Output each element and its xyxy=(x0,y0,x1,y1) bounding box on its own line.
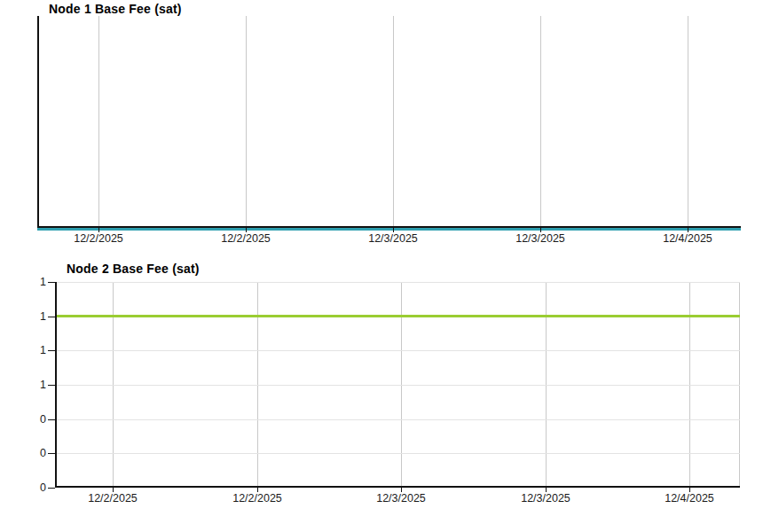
gridline-horizontal xyxy=(55,385,740,386)
y-tick-label: 0 xyxy=(30,412,46,426)
y-axis xyxy=(37,16,39,228)
fee-dashboard: Node 1 Base Fee (sat) 12/2/202512/2/2025… xyxy=(0,0,763,532)
chart-node1-base-fee: Node 1 Base Fee (sat) 12/2/202512/2/2025… xyxy=(0,0,763,260)
x-tick xyxy=(688,228,688,232)
gridline-vertical xyxy=(98,16,99,228)
x-tick-label: 12/2/2025 xyxy=(232,492,282,505)
y-tick-label: 1 xyxy=(30,309,46,324)
y-tick-label: 1 xyxy=(30,343,46,357)
x-tick xyxy=(246,228,247,232)
x-tick-label: 12/2/2025 xyxy=(221,232,271,245)
x-tick-label: 12/3/2025 xyxy=(515,232,565,245)
y-tick xyxy=(48,453,55,454)
x-tick-label: 12/2/2025 xyxy=(74,232,123,245)
gridline-horizontal xyxy=(55,282,740,283)
y-tick-label: 1 xyxy=(30,275,46,289)
x-tick-label: 12/3/2025 xyxy=(521,492,570,505)
y-tick xyxy=(48,317,55,317)
y-tick xyxy=(48,419,55,420)
x-tick-label: 12/3/2025 xyxy=(368,232,418,245)
x-tick xyxy=(540,228,541,232)
x-axis xyxy=(55,486,740,488)
gridline-vertical xyxy=(246,16,247,228)
y-tick xyxy=(48,385,55,386)
x-tick xyxy=(401,488,402,492)
y-tick-label: 0 xyxy=(30,446,46,460)
chart-node2-base-fee: Node 2 Base Fee (sat) 12/2/202512/2/2025… xyxy=(0,260,763,532)
gridline-horizontal xyxy=(55,419,740,420)
chart-title: Node 1 Base Fee (sat) xyxy=(49,2,182,16)
x-tick xyxy=(546,488,547,492)
y-axis xyxy=(55,282,57,488)
x-tick xyxy=(113,488,114,492)
x-tick xyxy=(98,228,99,232)
chart-title: Node 2 Base Fee (sat) xyxy=(67,262,200,276)
y-tick xyxy=(48,488,55,489)
plot-area: 12/2/202512/2/202512/3/202512/3/202512/4… xyxy=(37,16,741,228)
gridline-vertical xyxy=(540,16,541,228)
y-tick-label: 1 xyxy=(30,378,46,392)
y-tick-label: 0 xyxy=(30,481,46,495)
x-tick xyxy=(393,228,394,232)
x-tick-label: 12/3/2025 xyxy=(376,492,426,505)
y-tick xyxy=(48,350,55,351)
gridline-vertical xyxy=(688,16,688,228)
x-tick-label: 12/4/2025 xyxy=(663,232,712,245)
plot-area: 12/2/202512/2/202512/3/202512/3/202512/4… xyxy=(55,282,740,488)
y-tick xyxy=(48,282,55,283)
gridline-horizontal xyxy=(55,350,740,351)
series-line-node-2-base-fee xyxy=(55,315,740,317)
x-tick xyxy=(257,488,258,492)
x-tick xyxy=(689,488,690,492)
x-tick-label: 12/2/2025 xyxy=(88,492,138,505)
x-tick-label: 12/4/2025 xyxy=(665,492,714,505)
gridline-horizontal xyxy=(55,453,740,454)
x-axis xyxy=(37,226,741,228)
gridline-vertical xyxy=(393,16,394,228)
